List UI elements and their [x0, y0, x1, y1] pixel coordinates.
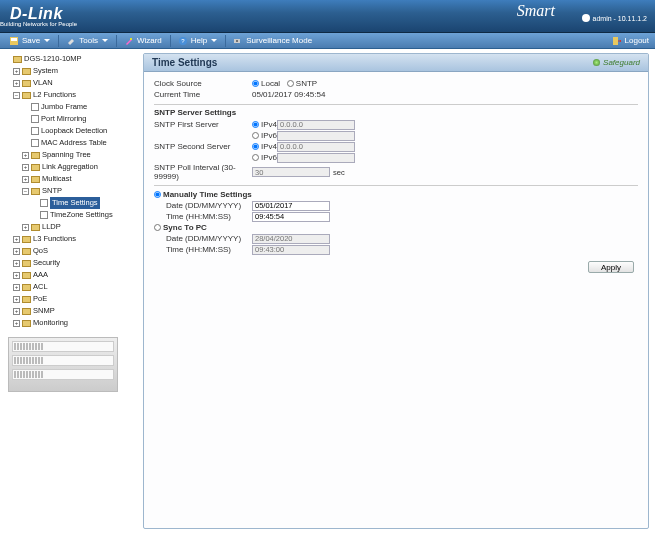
tree-portmirror[interactable]: Port Mirroring [22, 113, 136, 125]
divider [154, 185, 638, 186]
menu-help[interactable]: ? Help [175, 36, 221, 45]
expand-icon[interactable]: + [13, 284, 20, 291]
tree-vlan[interactable]: +VLAN [13, 77, 136, 89]
expand-icon[interactable]: + [13, 80, 20, 87]
expand-icon[interactable]: + [22, 164, 29, 171]
tree-time-settings[interactable]: Time Settings [31, 197, 136, 209]
expand-icon[interactable]: + [22, 152, 29, 159]
second-ipv6-radio[interactable] [252, 154, 259, 161]
pc-date-input[interactable] [252, 234, 330, 244]
tree-jumbo[interactable]: Jumbo Frame [22, 101, 136, 113]
expand-icon[interactable]: + [13, 308, 20, 315]
tree-acl[interactable]: +ACL [13, 281, 136, 293]
expand-icon[interactable]: + [13, 236, 20, 243]
tree-loopback[interactable]: Loopback Detection [22, 125, 136, 137]
user-icon [582, 14, 590, 22]
tree-l2[interactable]: −L2 Functions [13, 89, 136, 101]
tree-root[interactable]: DGS-1210-10MP [4, 53, 136, 65]
second-ipv4-input[interactable] [277, 142, 355, 152]
settings-panel: Time Settings Safeguard Clock Source Loc… [143, 53, 649, 529]
pc-time-label: Time (HH:MM:SS) [154, 245, 252, 254]
tools-icon [67, 37, 75, 45]
first-ipv6-radio[interactable] [252, 132, 259, 139]
menu-help-label: Help [191, 36, 207, 45]
first-ipv4-option[interactable]: IPv4 [252, 120, 277, 129]
folder-icon [31, 164, 40, 171]
divider [154, 104, 638, 105]
tree-poe[interactable]: +PoE [13, 293, 136, 305]
expand-icon[interactable]: + [13, 260, 20, 267]
clock-sntp-radio[interactable] [287, 80, 294, 87]
apply-button[interactable]: Apply [588, 261, 634, 273]
second-ipv6-option[interactable]: IPv6 [252, 153, 277, 162]
sync-pc-option[interactable]: Sync To PC [154, 223, 207, 232]
manual-radio[interactable] [154, 191, 161, 198]
first-ipv6-input[interactable] [277, 131, 355, 141]
tree-system[interactable]: +System [13, 65, 136, 77]
tree-timezone[interactable]: TimeZone Settings [31, 209, 136, 221]
menu-save[interactable]: Save [6, 36, 54, 45]
menu-separator [116, 35, 117, 47]
clock-local-radio[interactable] [252, 80, 259, 87]
safeguard-icon [593, 59, 600, 66]
first-ipv4-radio[interactable] [252, 121, 259, 128]
chevron-down-icon [102, 39, 108, 42]
tree-mac[interactable]: MAC Address Table [22, 137, 136, 149]
tree-qos[interactable]: +QoS [13, 245, 136, 257]
expand-icon[interactable]: + [13, 272, 20, 279]
second-ipv4-option[interactable]: IPv4 [252, 142, 277, 151]
clock-source-label: Clock Source [154, 79, 252, 88]
expand-icon[interactable]: + [22, 176, 29, 183]
brand-subtext: Building Networks for People [0, 21, 77, 27]
first-server-label: SNTP First Server [154, 120, 252, 129]
logout-label: Logout [625, 36, 649, 45]
menu-tools[interactable]: Tools [63, 36, 112, 45]
expand-icon[interactable]: + [13, 296, 20, 303]
collapse-icon[interactable]: − [13, 92, 20, 99]
menu-separator [58, 35, 59, 47]
menu-separator [170, 35, 171, 47]
collapse-icon[interactable]: − [22, 188, 29, 195]
tree-multicast[interactable]: +Multicast [22, 173, 136, 185]
tree-aaa[interactable]: +AAA [13, 269, 136, 281]
poll-input[interactable] [252, 167, 330, 177]
clock-sntp-option[interactable]: SNTP [287, 79, 317, 88]
tree-linkagg[interactable]: +Link Aggregation [22, 161, 136, 173]
panel-title-bar: Time Settings Safeguard [144, 54, 648, 72]
clock-local-option[interactable]: Local [252, 79, 280, 88]
panel-body: Clock Source Local SNTP Current Time 05/… [144, 72, 648, 528]
brand-logo: D-Link Building Networks for People [0, 5, 77, 27]
expand-icon[interactable]: + [13, 248, 20, 255]
expand-icon[interactable]: + [13, 68, 20, 75]
admin-text: admin - 10.11.1.2 [593, 15, 647, 22]
tree-monitoring[interactable]: +Monitoring [13, 317, 136, 329]
expand-icon[interactable]: + [13, 320, 20, 327]
first-ipv6-option[interactable]: IPv6 [252, 131, 277, 140]
first-ipv4-input[interactable] [277, 120, 355, 130]
manual-date-input[interactable] [252, 201, 330, 211]
logout-button[interactable]: Logout [613, 36, 649, 45]
menu-wizard[interactable]: Wizard [121, 36, 166, 45]
menu-surveillance[interactable]: Surveillance Mode [230, 36, 316, 45]
manual-time-input[interactable] [252, 212, 330, 222]
sync-pc-radio[interactable] [154, 224, 161, 231]
content: Time Settings Safeguard Clock Source Loc… [140, 49, 655, 535]
main: DGS-1210-10MP +System +VLAN −L2 Function… [0, 49, 655, 535]
tree-spanning[interactable]: +Spanning Tree [22, 149, 136, 161]
smart-logo: Smart [517, 2, 555, 20]
svg-rect-1 [11, 38, 17, 41]
tree-sntp[interactable]: −SNTP [22, 185, 136, 197]
tree-l3[interactable]: +L3 Functions [13, 233, 136, 245]
tree-lldp[interactable]: +LLDP [22, 221, 136, 233]
second-ipv6-input[interactable] [277, 153, 355, 163]
expand-icon[interactable]: + [22, 224, 29, 231]
pc-time-input[interactable] [252, 245, 330, 255]
second-ipv4-radio[interactable] [252, 143, 259, 150]
svg-point-2 [130, 38, 132, 40]
manual-time-option[interactable]: Manually Time Settings [154, 190, 252, 199]
tree-snmp[interactable]: +SNMP [13, 305, 136, 317]
device-image [8, 337, 118, 392]
tree-security[interactable]: +Security [13, 257, 136, 269]
page-icon [31, 115, 39, 123]
wizard-icon [125, 37, 133, 45]
